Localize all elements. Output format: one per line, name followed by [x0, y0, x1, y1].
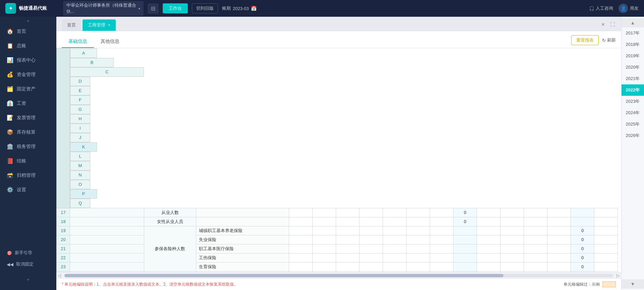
cell-g22[interactable] [360, 253, 383, 262]
cell-l17[interactable] [477, 208, 500, 217]
tab-close-button[interactable]: × [108, 23, 110, 27]
cell-k19[interactable] [453, 226, 477, 235]
cell-p22[interactable]: 0 [571, 253, 594, 262]
grid-scroll[interactable]: A B C D E F G H I J K L M [56, 48, 621, 272]
cell-p20[interactable]: 0 [571, 235, 594, 244]
cell-l19[interactable] [477, 226, 500, 235]
year-item-2017[interactable]: 2017年 [622, 27, 644, 39]
cell-n18[interactable] [524, 217, 547, 226]
cell-h17[interactable] [383, 208, 407, 217]
cell-o18[interactable] [547, 217, 571, 226]
cell-h23[interactable] [383, 262, 407, 271]
cell-d21[interactable] [289, 244, 313, 253]
tab-home[interactable]: 首页 [62, 19, 81, 31]
cell-e19[interactable] [313, 226, 336, 235]
scrollbar-thumb[interactable] [64, 274, 504, 277]
sidebar-item-payroll[interactable]: 👔 工资 [0, 96, 56, 111]
cell-c22[interactable]: 工伤保险 [196, 253, 289, 262]
cell-f21[interactable] [336, 244, 360, 253]
cell-h21[interactable] [383, 244, 407, 253]
cell-d23[interactable] [289, 262, 313, 271]
cell-a17[interactable] [70, 208, 144, 217]
refresh-button[interactable]: ↻ 刷新 [602, 37, 616, 43]
cell-c19[interactable]: 城镇职工基本养老保险 [196, 226, 289, 235]
tab-workbench[interactable]: 工商管理 × [83, 19, 116, 31]
cell-b19[interactable]: 参保各险种人数 [144, 226, 196, 271]
cell-a23[interactable] [70, 262, 144, 271]
calendar-icon[interactable]: 📅 [251, 6, 257, 11]
cell-a21[interactable] [70, 244, 144, 253]
cell-p23[interactable]: 0 [571, 262, 594, 271]
cell-e20[interactable] [313, 235, 336, 244]
cell-m19[interactable] [500, 226, 524, 235]
cell-c20[interactable]: 失业保险 [196, 235, 289, 244]
cell-f20[interactable] [336, 235, 360, 244]
cell-m18[interactable] [500, 217, 524, 226]
cell-d20[interactable] [289, 235, 313, 244]
close-button[interactable]: ✕ [600, 21, 606, 28]
cell-j18[interactable] [430, 217, 453, 226]
cell-d17[interactable] [289, 208, 313, 217]
cell-n20[interactable] [524, 235, 547, 244]
scroll-left-button[interactable]: ◁ [58, 273, 64, 278]
cell-e21[interactable] [313, 244, 336, 253]
cell-b18[interactable]: 女性从业人员 [144, 217, 196, 226]
cell-c21[interactable]: 职工基本医疗保险 [196, 244, 289, 253]
year-item-2025[interactable]: 2025年 [622, 119, 644, 130]
cell-g18[interactable] [360, 217, 383, 226]
cell-l18[interactable] [477, 217, 500, 226]
cell-j17[interactable] [430, 208, 453, 217]
cell-k17[interactable]: 0 [453, 208, 477, 217]
cell-c18[interactable] [196, 217, 289, 226]
cell-m21[interactable] [500, 244, 524, 253]
cell-g21[interactable] [360, 244, 383, 253]
cell-h18[interactable] [383, 217, 407, 226]
cell-i19[interactable] [407, 226, 430, 235]
cell-m23[interactable] [500, 262, 524, 271]
scroll-right-button[interactable]: ▷ [613, 273, 620, 278]
sidebar-item-tax[interactable]: 🏛️ 税务管理 [0, 139, 56, 154]
cell-o19[interactable] [547, 226, 571, 235]
sub-tab-other[interactable]: 其他信息 [94, 36, 126, 48]
unpin-button[interactable]: ◀◀ 取消固定 [0, 259, 56, 270]
cell-i22[interactable] [407, 253, 430, 262]
cell-i23[interactable] [407, 262, 430, 271]
sidebar-item-inventory[interactable]: 📦 库存核算 [0, 125, 56, 139]
cell-d22[interactable] [289, 253, 313, 262]
cell-m20[interactable] [500, 235, 524, 244]
cell-n22[interactable] [524, 253, 547, 262]
cell-g20[interactable] [360, 235, 383, 244]
cell-f17[interactable] [336, 208, 360, 217]
cell-i17[interactable] [407, 208, 430, 217]
cell-f22[interactable] [336, 253, 360, 262]
cell-f18[interactable] [336, 217, 360, 226]
cell-e18[interactable] [313, 217, 336, 226]
cell-n19[interactable] [524, 226, 547, 235]
year-item-2020[interactable]: 2020年 [622, 62, 644, 73]
sidebar-scroll-down[interactable]: ▼ [0, 276, 56, 283]
cell-g23[interactable] [360, 262, 383, 271]
cell-k21[interactable] [453, 244, 477, 253]
cell-p18[interactable] [571, 217, 594, 226]
sidebar-item-fixed[interactable]: 🗂️ 固定资产 [0, 82, 56, 96]
sidebar-item-close-accounts[interactable]: 📕 结账 [0, 154, 56, 168]
cell-c23[interactable]: 生育保险 [196, 262, 289, 271]
cell-k22[interactable] [453, 253, 477, 262]
cell-o23[interactable] [547, 262, 571, 271]
cell-p21[interactable]: 0 [571, 244, 594, 253]
cell-l21[interactable] [477, 244, 500, 253]
cell-j23[interactable] [430, 262, 453, 271]
cell-q23[interactable] [594, 262, 618, 271]
sidebar-item-report[interactable]: 📊 报表中心 [0, 53, 56, 67]
cell-b17[interactable]: 从业人数 [144, 208, 196, 217]
cell-q19[interactable] [594, 226, 618, 235]
workbench-button[interactable]: 工作台 [163, 3, 188, 13]
company-selector[interactable]: 中审众环会计师事务所（特殊普通合伙... ▾ [63, 1, 144, 16]
cell-q18[interactable] [594, 217, 618, 226]
cell-m17[interactable] [500, 208, 524, 217]
sub-tab-basic[interactable]: 基础信息 [62, 36, 94, 48]
cell-d19[interactable] [289, 226, 313, 235]
cell-o20[interactable] [547, 235, 571, 244]
year-item-2023[interactable]: 2023年 [622, 96, 644, 107]
archive-button[interactable]: ⊟ [148, 3, 159, 14]
